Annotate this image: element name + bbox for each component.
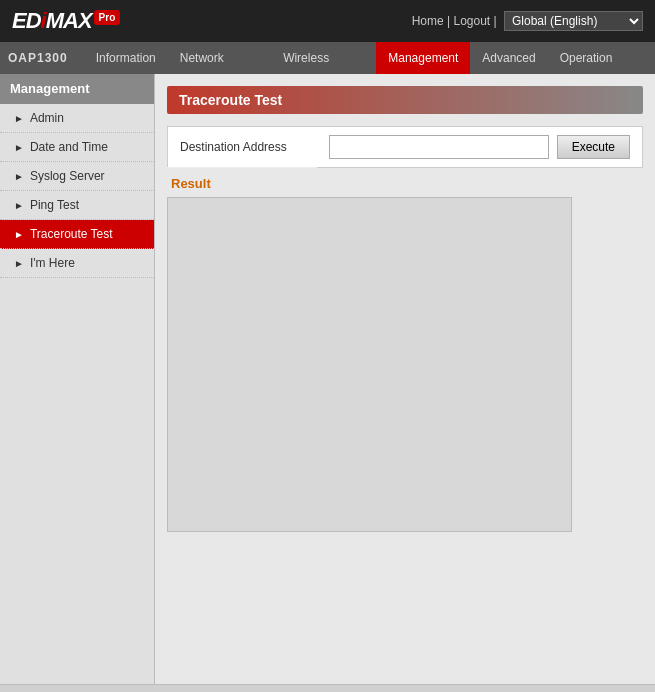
logo-area: EDiMAX Pro bbox=[12, 8, 120, 34]
sidebar-item-traceroute-test[interactable]: ► Traceroute Test bbox=[0, 220, 154, 249]
nav-advanced[interactable]: Advanced bbox=[470, 42, 547, 74]
page-title: Traceroute Test bbox=[167, 86, 643, 114]
arrow-icon: ► bbox=[14, 171, 24, 182]
sidebar-title: Management bbox=[0, 74, 154, 104]
result-label: Result bbox=[167, 176, 643, 191]
separator2: | bbox=[494, 14, 500, 28]
footer: Copyright 2017 © EDIMAX Technology Co., … bbox=[0, 684, 655, 692]
device-label: OAP1300 bbox=[8, 51, 68, 65]
sidebar-item-label: Ping Test bbox=[30, 198, 79, 212]
logo-text: EDiMAX bbox=[12, 8, 92, 34]
logout-link[interactable]: Logout bbox=[454, 14, 491, 28]
nav-wireless-settings[interactable]: Wireless Settings bbox=[271, 42, 376, 74]
nav-network-settings[interactable]: Network Settings bbox=[168, 42, 271, 74]
arrow-icon: ► bbox=[14, 142, 24, 153]
sidebar-item-ping-test[interactable]: ► Ping Test bbox=[0, 191, 154, 220]
destination-form: Destination Address Execute bbox=[167, 126, 643, 168]
sidebar-item-label: Traceroute Test bbox=[30, 227, 113, 241]
result-box bbox=[167, 197, 572, 532]
sidebar-item-im-here[interactable]: ► I'm Here bbox=[0, 249, 154, 278]
sidebar-item-date-and-time[interactable]: ► Date and Time bbox=[0, 133, 154, 162]
sidebar-item-label: Admin bbox=[30, 111, 64, 125]
nav-information[interactable]: Information bbox=[84, 42, 168, 74]
navbar: OAP1300 Information Network Settings Wir… bbox=[0, 42, 655, 74]
header: EDiMAX Pro Home | Logout | Global (Engli… bbox=[0, 0, 655, 42]
content: Traceroute Test Destination Address Exec… bbox=[155, 74, 655, 684]
arrow-icon: ► bbox=[14, 113, 24, 124]
execute-button[interactable]: Execute bbox=[557, 135, 630, 159]
destination-address-input[interactable] bbox=[329, 135, 549, 159]
arrow-icon: ► bbox=[14, 229, 24, 240]
sidebar-item-syslog-server[interactable]: ► Syslog Server bbox=[0, 162, 154, 191]
main: Management ► Admin ► Date and Time ► Sys… bbox=[0, 74, 655, 684]
sidebar-item-label: I'm Here bbox=[30, 256, 75, 270]
language-select[interactable]: Global (English) Chinese (Traditional) C… bbox=[504, 11, 643, 31]
sidebar-item-label: Date and Time bbox=[30, 140, 108, 154]
sidebar: Management ► Admin ► Date and Time ► Sys… bbox=[0, 74, 155, 684]
sidebar-item-admin[interactable]: ► Admin bbox=[0, 104, 154, 133]
sidebar-item-label: Syslog Server bbox=[30, 169, 105, 183]
header-links: Home | Logout | Global (English) Chinese… bbox=[412, 11, 643, 31]
nav-operation-mode[interactable]: Operation Mode bbox=[548, 42, 647, 74]
home-link[interactable]: Home bbox=[412, 14, 444, 28]
destination-address-label: Destination Address bbox=[168, 127, 317, 168]
logo-pro: Pro bbox=[94, 10, 121, 25]
nav-management[interactable]: Management bbox=[376, 42, 470, 74]
arrow-icon: ► bbox=[14, 258, 24, 269]
arrow-icon: ► bbox=[14, 200, 24, 211]
